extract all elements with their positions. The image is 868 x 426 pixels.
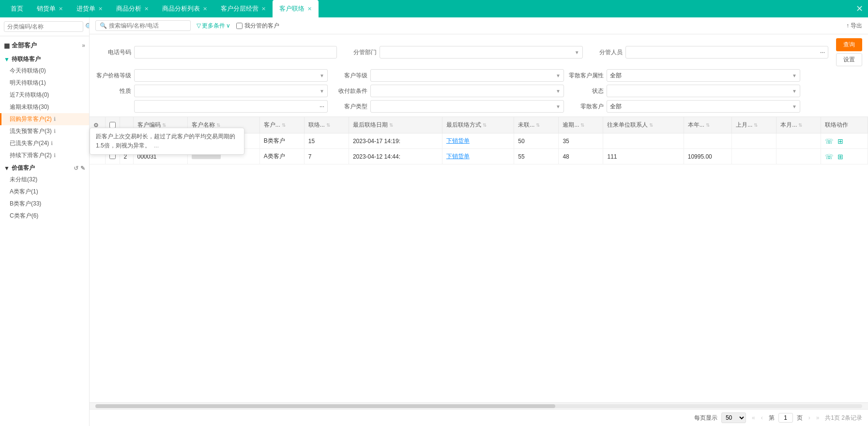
phone-icon-1[interactable]: ☏ [825, 137, 834, 145]
schedule-icon-1[interactable]: ⊞ [838, 137, 843, 145]
th-customer-type-label: 客户... [264, 121, 280, 129]
filter-more-button[interactable]: ▽ 更多条件 ∨ [197, 22, 230, 30]
th-this-year-label: 本年... [688, 121, 704, 129]
next-page-button[interactable]: › [807, 414, 812, 422]
sidebar-all-customers[interactable]: ▦ 全部客户 » [0, 38, 89, 53]
sidebar-search-bar: 🔍 [0, 17, 89, 36]
nav-item-customer-ops[interactable]: 客户分层经营 ✕ [214, 0, 273, 17]
nav-label-analysis: 商品分析 [116, 4, 141, 13]
sidebar-search-icon[interactable]: 🔍 [85, 23, 90, 30]
triangle-icon-pending: ▼ [4, 56, 10, 63]
refresh-icon[interactable]: ↺ [74, 165, 78, 172]
nav-close-customer-contact[interactable]: ✕ [307, 6, 312, 12]
info-icon-repurchase: ℹ [54, 116, 56, 122]
sidebar-item-7days[interactable]: 近7天待联络(0) [0, 89, 89, 101]
th-last-contact-method[interactable]: 最后联络方式 ⇅ [442, 117, 514, 133]
nav-close-analysis-list[interactable]: ✕ [203, 6, 207, 12]
sidebar-item-lost[interactable]: 已流失客户(24) ℹ [0, 137, 89, 149]
th-past-contacts[interactable]: 往来单位联系人 ⇅ [603, 117, 684, 133]
info-icon-loss: ℹ [54, 128, 56, 134]
filter-status-select[interactable]: ▼ [607, 85, 800, 97]
th-customer-type[interactable]: 客户... ⇅ [259, 117, 304, 133]
info-icon-declining: ℹ [54, 152, 56, 159]
setting-button[interactable]: 设置 [836, 53, 862, 66]
schedule-icon-2[interactable]: ⊞ [838, 153, 843, 161]
th-this-month[interactable]: 本月... ⇅ [777, 117, 821, 133]
filter-row-1: 电话号码 分管部门 ▼ 分管人员 ··· 查询 [95, 38, 862, 66]
prev-page-button[interactable]: ‹ [759, 414, 765, 422]
first-page-button[interactable]: « [750, 414, 757, 422]
edit-icon[interactable]: ✎ [80, 165, 85, 172]
sidebar-item-loss-warning[interactable]: 流失预警客户(3) ℹ [0, 125, 89, 137]
filter-price-level-select[interactable]: ▼ [134, 69, 328, 82]
th-last-month[interactable]: 上月... ⇅ [732, 117, 777, 133]
close-all-button[interactable]: ✕ [856, 3, 863, 14]
td-method-1[interactable]: 下销货单 [442, 133, 514, 149]
filter-payment-label: 收付款条件 [332, 87, 370, 95]
sidebar-search-input[interactable] [4, 21, 83, 32]
filter-payment-select[interactable]: ▼ [370, 85, 564, 97]
sidebar-item-class-b[interactable]: B类客户(33) [0, 198, 89, 210]
filter-nature-select[interactable]: ▼ [134, 85, 328, 97]
sort-icon-lastmonth: ⇅ [754, 122, 758, 128]
nav-item-purchase[interactable]: 进货单 ✕ [70, 0, 109, 17]
th-last-contact-date[interactable]: 最后联络日期 ⇅ [349, 117, 442, 133]
sidebar-section-pending[interactable]: ▼ 待联络客户 [0, 53, 89, 65]
nav-close-purchase[interactable]: ✕ [98, 6, 103, 12]
7days-contact-label: 近7天待联络(0) [10, 91, 49, 99]
collapse-icon[interactable]: » [82, 42, 85, 49]
filter-customer-level-select[interactable]: ▼ [370, 69, 564, 82]
page-number-input[interactable] [778, 413, 793, 423]
nav-item-home[interactable]: 首页 [4, 0, 30, 17]
nav-item-sales[interactable]: 销货单 ✕ [30, 0, 70, 17]
filter-dots-select[interactable]: ··· [134, 100, 328, 113]
th-past-contacts-label: 往来单位联系人 [607, 121, 648, 129]
nav-close-customer-ops[interactable]: ✕ [261, 6, 266, 12]
th-uncontacted[interactable]: 未联... ⇅ [514, 117, 559, 133]
page-size-select[interactable]: 50 20 100 [721, 412, 746, 423]
nav-item-analysis[interactable]: 商品分析 ✕ [109, 0, 155, 17]
sidebar-item-unclassified[interactable]: 未分组(32) [0, 174, 89, 186]
td-method-2[interactable]: 下销货单 [442, 149, 514, 164]
horizontal-scrollbar[interactable] [90, 402, 868, 409]
nav-item-analysis-list[interactable]: 商品分析列表 ✕ [155, 0, 214, 17]
phone-icon-2[interactable]: ☏ [825, 153, 834, 161]
sidebar-item-class-a[interactable]: A类客户(1) [0, 186, 89, 198]
scrollbar-track[interactable] [95, 404, 862, 408]
td-action-2: ☏ ⊞ [821, 149, 868, 164]
filter-dept-select[interactable]: ▼ [380, 46, 582, 59]
sidebar-item-declining[interactable]: 持续下滑客户(2) ℹ [0, 149, 89, 162]
td-lastmonth-2 [732, 149, 777, 164]
filter-scattered-select[interactable]: 全部 ▼ [607, 100, 800, 113]
filter-customer-type-select[interactable]: ▼ [370, 100, 564, 113]
sidebar-item-tomorrow[interactable]: 明天待联络(1) [0, 77, 89, 89]
nav-close-analysis[interactable]: ✕ [144, 6, 149, 12]
th-overdue[interactable]: 逾期... ⇅ [559, 117, 603, 133]
sidebar-item-class-c[interactable]: C类客户(6) [0, 210, 89, 222]
price-level-arrow: ▼ [320, 73, 324, 78]
my-customers-checkbox[interactable] [236, 23, 243, 29]
filter-manager: 分管人员 ··· [587, 46, 828, 59]
nav-item-customer-contact[interactable]: 客户联络 ✕ [273, 0, 319, 17]
sidebar-item-today[interactable]: 今天待联络(0) [0, 65, 89, 77]
last-page-button[interactable]: » [814, 414, 822, 422]
export-button[interactable]: ↑ 导出 [846, 22, 862, 30]
method-link-1[interactable]: 下销货单 [446, 137, 470, 144]
method-link-2[interactable]: 下销货单 [446, 153, 470, 160]
tooltip-box: 距客户上次交易时长，超过了此客户的平均交易周期的1.5倍，则视为异常。 ... [90, 128, 244, 155]
filter-scattered: 零散客户 全部 ▼ [568, 100, 800, 113]
search-input[interactable] [109, 22, 186, 29]
filter-more-label: 更多条件 [202, 22, 225, 30]
filter-scattered-attr-select[interactable]: 全部 ▼ [607, 69, 800, 82]
th-this-year[interactable]: 本年... ⇅ [684, 117, 732, 133]
query-button[interactable]: 查询 [836, 38, 862, 51]
nav-close-sales[interactable]: ✕ [59, 6, 63, 12]
td-overdue-2: 48 [559, 149, 603, 164]
sidebar-item-overdue[interactable]: 逾期未联络(30) [0, 101, 89, 113]
filter-manager-select[interactable]: ··· [625, 46, 828, 59]
scrollbar-thumb[interactable] [95, 404, 555, 408]
th-contact-count[interactable]: 联络... ⇅ [304, 117, 349, 133]
filter-phone-input[interactable] [134, 46, 337, 59]
footer-pagination: 每页显示 50 20 100 « ‹ 第 页 › » 共1页 2条记录 [90, 409, 868, 426]
sidebar-item-repurchase-abnormal[interactable]: 回购异常客户(2) ℹ [0, 113, 89, 125]
